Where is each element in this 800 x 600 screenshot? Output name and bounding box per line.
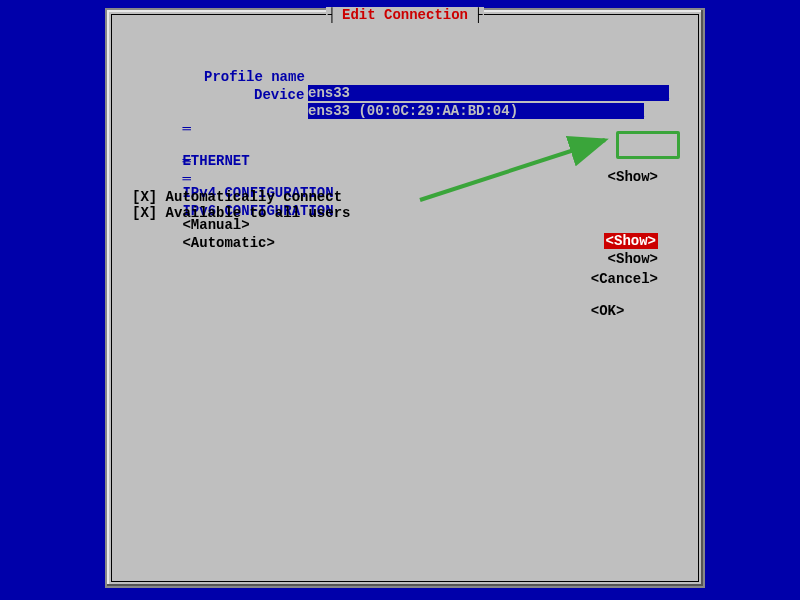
annotation-highlight-box xyxy=(616,131,680,159)
section-marker-ethernet: ═ xyxy=(182,121,190,137)
ok-button[interactable]: <OK> xyxy=(591,303,625,319)
edit-connection-dialog: ┤Edit Connection├ Profile name ens33____… xyxy=(105,8,705,588)
cancel-button[interactable]: <Cancel> xyxy=(591,271,658,287)
title-left-pipe: ┤ xyxy=(326,7,338,23)
section-marker-ipv6: ═ xyxy=(182,171,190,187)
dialog-title: Edit Connection xyxy=(338,7,472,23)
dialog-title-row: ┤Edit Connection├ xyxy=(112,7,698,23)
all-users-checkbox[interactable]: [X] Available to all users xyxy=(132,205,678,223)
title-right-pipe: ├ xyxy=(472,7,484,23)
dialog-frame: ┤Edit Connection├ Profile name ens33____… xyxy=(111,14,699,582)
device-label: Device xyxy=(254,87,304,103)
